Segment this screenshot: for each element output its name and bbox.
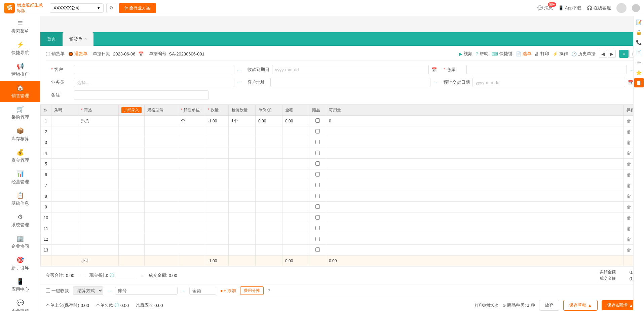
sidebar-item-enterprise[interactable]: 🏢 企业协同 xyxy=(0,231,40,253)
warehouse-dots-icon[interactable]: ··· xyxy=(630,67,633,72)
total-debt-info-icon[interactable]: ⓘ xyxy=(115,302,119,308)
expected-delivery-input[interactable] xyxy=(472,78,625,87)
sidebar-item-inventory[interactable]: 📦 库存核算 xyxy=(0,124,40,145)
sidebar-item-wechat[interactable]: 💬 企业微信 xyxy=(0,296,40,311)
expected-delivery-calendar-icon[interactable]: 📅 xyxy=(628,80,633,85)
discount-input[interactable] xyxy=(115,273,136,278)
message-button[interactable]: 💬 消息 99+ xyxy=(537,5,553,11)
row-unit[interactable]: 个 xyxy=(178,116,205,126)
right-panel-active-btn[interactable]: 📋 xyxy=(634,78,644,87)
delete-icon[interactable]: 🗑 xyxy=(627,129,631,134)
print-btn[interactable]: 🖨 打印 xyxy=(535,51,549,57)
sidebar-item-purchase[interactable]: 🛒 采购管理 xyxy=(0,102,40,124)
row-gift[interactable] xyxy=(309,116,326,126)
right-panel-edit-btn[interactable]: ✏ xyxy=(634,58,644,67)
customer-dots-icon[interactable]: ··· xyxy=(237,67,241,72)
col-scan[interactable]: 扫码录入 xyxy=(119,105,145,116)
discount-info-icon[interactable]: ⓘ xyxy=(110,272,114,278)
account-input[interactable] xyxy=(115,287,178,295)
pay-method-dots-icon[interactable]: ··· xyxy=(107,288,111,293)
shortcut-btn[interactable]: ⌨ 快捷键 xyxy=(492,51,513,57)
sidebar-item-operations[interactable]: 📊 经营管理 xyxy=(0,167,40,188)
note-input[interactable] xyxy=(74,90,209,100)
sidebar-item-guide[interactable]: 🎯 新手引导 xyxy=(0,253,40,274)
sidebar-item-finance[interactable]: 💰 资金管理 xyxy=(0,145,40,167)
delete-icon[interactable]: 🗑 xyxy=(627,204,631,210)
row-unit-price[interactable]: 0.00 xyxy=(256,116,282,126)
expense-split-btn[interactable]: 费用分摊 xyxy=(240,286,264,295)
due-date-input[interactable] xyxy=(272,65,429,74)
sidebar-item-app-center[interactable]: 📱 应用中心 xyxy=(0,274,40,296)
customer-input[interactable] xyxy=(74,65,234,74)
list-view-btn[interactable]: ≡ xyxy=(619,50,629,58)
delete-icon[interactable]: 🗑 xyxy=(627,194,631,199)
right-panel-star-btn[interactable]: ⭐ xyxy=(634,68,644,77)
right-panel-doc-btn[interactable]: 📄 xyxy=(634,48,644,57)
settings-button[interactable]: ⚙ xyxy=(106,3,116,13)
history-btn[interactable]: 🕐 历史单据 xyxy=(571,51,596,57)
user-avatar-2[interactable] xyxy=(632,4,640,12)
date-calendar-icon[interactable]: 📅 xyxy=(138,51,144,56)
delete-icon[interactable]: 🗑 xyxy=(627,118,631,124)
tab-sales-order[interactable]: 销货单 × xyxy=(63,32,93,46)
company-selector[interactable]: XXXXXX公司 ▾ xyxy=(50,3,104,13)
account-dots-icon[interactable]: ··· xyxy=(182,288,185,293)
discard-button[interactable]: 放弃 xyxy=(539,300,559,311)
due-date-calendar-icon[interactable]: 📅 xyxy=(431,67,437,72)
delete-icon[interactable]: 🗑 xyxy=(627,183,631,188)
row-pack-qty[interactable]: 1个 xyxy=(229,116,256,126)
payment-help-icon[interactable]: ? xyxy=(268,288,270,293)
warehouse-input[interactable]: 建材仓 xyxy=(466,65,627,74)
discount-item: 现金折扣: ⓘ xyxy=(89,272,136,278)
tab-close-icon[interactable]: × xyxy=(84,37,87,41)
one-click-pay[interactable]: 一键收款 xyxy=(46,288,69,294)
save-draft-button[interactable]: 保存草稿 ▲ xyxy=(563,300,598,311)
sidebar-item-sales[interactable]: 🏠 销售管理 xyxy=(0,81,40,102)
scan-btn[interactable]: 扫码录入 xyxy=(121,107,142,113)
delete-icon[interactable]: 🗑 xyxy=(627,215,631,221)
radio-return[interactable]: 退货单 xyxy=(69,51,87,57)
col-unit: 销售单位 xyxy=(178,105,205,116)
customer-addr-input[interactable] xyxy=(270,78,431,87)
salesperson-input[interactable] xyxy=(74,78,234,87)
row-quantity[interactable]: -1.00 xyxy=(205,116,229,126)
col-settings[interactable]: ⚙ xyxy=(41,105,51,116)
user-avatar[interactable] xyxy=(616,3,627,13)
sidebar-item-quick-nav[interactable]: ⚡ 快捷导航 xyxy=(0,38,40,59)
pay-method-select[interactable]: 结算方式 xyxy=(73,286,103,295)
delete-icon[interactable]: 🗑 xyxy=(627,247,631,253)
row-amount[interactable]: 0.00 xyxy=(282,116,309,126)
next-btn[interactable]: ▶ xyxy=(608,50,616,58)
delete-icon[interactable]: 🗑 xyxy=(627,140,631,145)
tab-home[interactable]: 首页 xyxy=(40,32,63,46)
delete-icon[interactable]: 🗑 xyxy=(627,226,631,231)
add-payment-btn[interactable]: ● + 添加 xyxy=(220,288,236,294)
delete-icon[interactable]: 🗑 xyxy=(627,237,631,242)
delete-icon[interactable]: 🗑 xyxy=(627,151,631,156)
right-panel-note-btn[interactable]: 📝 xyxy=(634,17,644,27)
prev-btn[interactable]: ◀ xyxy=(599,50,607,58)
trial-button[interactable]: 体验行业方案 xyxy=(119,3,156,13)
salesperson-dots-icon[interactable]: ··· xyxy=(237,80,241,85)
addr-dots-icon[interactable]: ··· xyxy=(433,80,437,85)
delete-icon[interactable]: 🗑 xyxy=(627,172,631,178)
online-service-button[interactable]: 🎧 在线客服 xyxy=(587,5,611,11)
action-btn[interactable]: ⚡ 操作 xyxy=(553,51,568,57)
sidebar-item-system[interactable]: ⚙ 系统管理 xyxy=(0,210,40,231)
sidebar-item-marketing[interactable]: 📢 营销推广 xyxy=(0,59,40,81)
right-panel-lock-btn[interactable]: 🔒 xyxy=(634,28,644,37)
one-click-checkbox[interactable] xyxy=(46,288,50,293)
amount-input[interactable] xyxy=(189,287,216,295)
delete-icon[interactable]: 🗑 xyxy=(627,161,631,167)
sidebar-item-basics[interactable]: 📋 基础信息 xyxy=(0,188,40,210)
video-btn[interactable]: ▶ 视频 xyxy=(459,51,472,57)
sidebar-item-search[interactable]: ☰ 搜索菜单 xyxy=(0,16,40,38)
right-panel-phone-btn[interactable]: 📞 xyxy=(634,38,644,47)
radio-sales[interactable]: 销货单 xyxy=(46,51,65,57)
app-download-button[interactable]: 📱 App下载 xyxy=(558,5,581,11)
row-barcode[interactable] xyxy=(51,116,78,126)
row-spec[interactable] xyxy=(145,116,178,126)
help-btn[interactable]: ? 帮助 xyxy=(476,51,488,57)
row-product[interactable]: 拆货 xyxy=(78,116,119,126)
select-order-btn[interactable]: 📄 选单 xyxy=(516,51,531,57)
